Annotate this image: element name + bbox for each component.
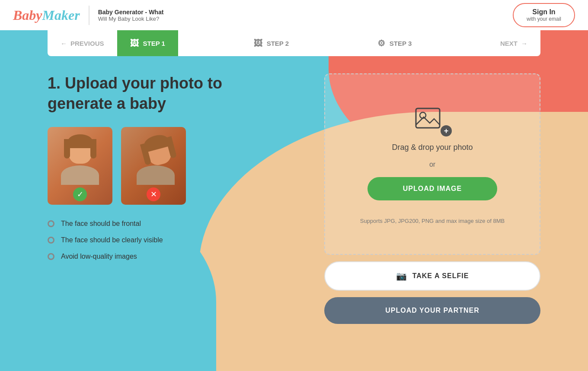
bad-status-badge: ✕ [147, 187, 160, 201]
good-status-badge: ✓ [73, 187, 87, 201]
photo-example-good: ✓ [48, 127, 112, 205]
step-2-icon: 🖼 [254, 38, 262, 48]
camera-icon: 📷 [396, 271, 407, 281]
main-content: 1. Upload your photo to generate a baby … [0, 56, 588, 350]
header: BabyMaker Baby Generator - What Will My … [0, 0, 588, 30]
subtitle-line2: Will My Baby Look Like? [98, 16, 164, 22]
person-head-bad [143, 134, 173, 167]
take-selfie-button[interactable]: 📷 TAKE A SELFIE [324, 261, 540, 291]
title-line2: generate a baby [48, 95, 166, 112]
tip-dot-2 [48, 237, 54, 244]
shoulders-bad [137, 165, 175, 185]
hair-left-good [64, 139, 70, 159]
photo-example-bad: ✕ [121, 127, 186, 205]
next-button[interactable]: NEXT → [487, 30, 540, 56]
shoulders-good [61, 165, 99, 185]
prev-label: PREVIOUS [70, 40, 104, 47]
tip-item-2: The face should be clearly visible [48, 236, 307, 244]
subtitle-line1: Baby Generator - What [98, 9, 164, 16]
right-panel: + Drag & drop your photo or UPLOAD IMAGE… [324, 73, 540, 333]
supports-text: Supports JPG, JPG200, PNG and max image … [360, 218, 505, 224]
tip-text-2: The face should be clearly visible [61, 236, 163, 244]
upload-plus-icon: + [441, 125, 452, 136]
tip-dot-1 [48, 220, 54, 227]
sign-in-sublabel: with your email [527, 16, 561, 22]
header-subtitle: Baby Generator - What Will My Baby Look … [98, 9, 164, 22]
upload-dropzone[interactable]: + Drag & drop your photo or UPLOAD IMAGE… [324, 73, 540, 255]
step-1-label: STEP 1 [143, 40, 165, 47]
upload-image-label: UPLOAD IMAGE [403, 185, 462, 192]
step-3-button[interactable]: ⚙ STEP 3 [364, 30, 425, 56]
take-selfie-label: TAKE A SELFIE [412, 272, 469, 280]
upload-partner-button[interactable]: UPLOAD YOUR PARTNER [324, 297, 540, 324]
step-3-icon: ⚙ [377, 38, 385, 48]
next-arrow-icon: → [521, 40, 527, 47]
sign-in-button[interactable]: Sign In with your email [513, 3, 575, 27]
or-text: or [429, 161, 435, 168]
prev-arrow-icon: ← [61, 40, 67, 47]
hair-top-good [68, 134, 93, 148]
step-1-icon: 🖼 [130, 38, 139, 48]
upload-icon-wrapper: + [415, 104, 450, 134]
tip-dot-3 [48, 253, 54, 260]
header-left: BabyMaker Baby Generator - What Will My … [13, 6, 163, 25]
drag-drop-text: Drag & drop your photo [392, 143, 473, 152]
left-panel: 1. Upload your photo to generate a baby … [48, 73, 307, 333]
tip-text-1: The face should be frontal [61, 220, 141, 228]
logo: BabyMaker [13, 7, 80, 23]
svg-rect-0 [416, 108, 440, 128]
tip-item-1: The face should be frontal [48, 220, 307, 228]
stepper: ← PREVIOUS 🖼 STEP 1 🖼 STEP 2 ⚙ STEP 3 NE… [48, 30, 540, 56]
person-head-good [68, 136, 92, 164]
title-line1: 1. Upload your photo to [48, 74, 222, 92]
step-3-label: STEP 3 [390, 40, 412, 47]
upload-image-button[interactable]: UPLOAD IMAGE [368, 177, 497, 200]
tips-list: The face should be frontal The face shou… [48, 220, 307, 260]
tip-item-3: Avoid low-quality images [48, 253, 307, 260]
step-1-button[interactable]: 🖼 STEP 1 [117, 30, 178, 56]
hair-right-bad [165, 136, 176, 159]
sign-in-label: Sign In [532, 8, 555, 16]
upload-partner-label: UPLOAD YOUR PARTNER [385, 307, 479, 314]
photo-examples: ✓ ✕ [48, 127, 307, 205]
next-label: NEXT [500, 40, 518, 47]
header-divider [89, 6, 89, 25]
step-2-button[interactable]: 🖼 STEP 2 [241, 30, 302, 56]
previous-button[interactable]: ← PREVIOUS [48, 30, 117, 56]
tip-text-3: Avoid low-quality images [61, 253, 137, 260]
main-title: 1. Upload your photo to generate a baby [48, 73, 307, 114]
step-2-label: STEP 2 [267, 40, 289, 47]
hair-right-good [90, 139, 96, 159]
